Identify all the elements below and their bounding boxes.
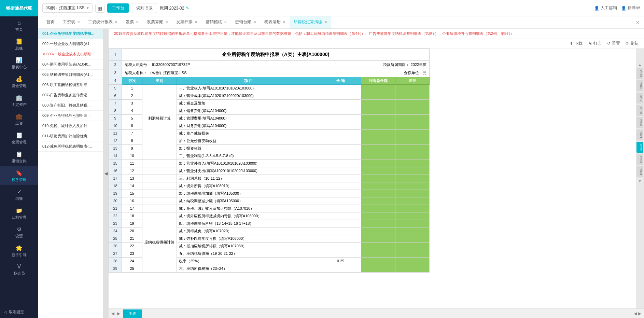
company-name: (勾删）江西服宝-LSS bbox=[45, 5, 85, 11]
tab-invoice-calc-close[interactable]: ✕ bbox=[165, 20, 168, 24]
sheet-nav-right[interactable]: ▶ bbox=[117, 311, 120, 316]
user-profile[interactable]: 👤 徐泽华 bbox=[621, 5, 640, 11]
period-label: 账期 bbox=[160, 5, 168, 11]
tab-verify[interactable]: 进销稽核 ✕ bbox=[201, 16, 231, 28]
sidebar-item-finance[interactable]: 💰 资金管理 bbox=[0, 72, 38, 91]
sidebar-label-purchase: 进销台账 bbox=[12, 158, 27, 164]
left-panel-item-002[interactable]: 002-一般企业收入明细表(A1... bbox=[38, 39, 103, 49]
tab-ledger[interactable]: 进销台账 ✕ bbox=[231, 16, 260, 28]
sidebar-item-assets[interactable]: 🏢 固定资产 bbox=[0, 91, 38, 110]
topbar: (勾删）江西服宝-LSS ▼ ▦ 工作台 切到旧版 账期 2023-02 ✎ 👤… bbox=[38, 0, 644, 16]
timeline-2016[interactable]: 2016 bbox=[636, 80, 643, 91]
table-row: 22 18 应纳税所得额计算 减：境外应税所得抵减境内亏损（填写A108000） bbox=[109, 212, 430, 220]
consult-icon: 👤 bbox=[594, 6, 599, 11]
sidebar-item-archive[interactable]: 📁 归档管理 bbox=[0, 204, 38, 223]
switch-old-button[interactable]: 切到旧版 bbox=[132, 3, 157, 13]
left-panel-item-006[interactable]: 006-职工薪酬纳税调整明细... bbox=[38, 80, 103, 90]
company-selector[interactable]: (勾删）江西服宝-LSS ▼ bbox=[42, 3, 93, 13]
tab-payroll-report-close[interactable]: ✕ bbox=[115, 20, 117, 24]
tab-invoice-calc[interactable]: 发票算账 ✕ bbox=[143, 16, 172, 28]
tab-payroll-close[interactable]: ✕ bbox=[77, 20, 80, 24]
tab-income-tax[interactable]: 所得税汇算清缴 ✕ bbox=[290, 16, 331, 28]
left-panel-collapse[interactable]: ◀ bbox=[103, 29, 109, 318]
sidebar-item-guide[interactable]: 🌟 新手引导 bbox=[0, 241, 38, 260]
refresh-button[interactable]: ⟳ 刷新 bbox=[626, 41, 639, 46]
timeline-2024[interactable]: 2024 bbox=[636, 166, 643, 177]
sidebar-item-home[interactable]: ⌂ 首页 bbox=[0, 16, 38, 35]
sidebar-item-tax[interactable]: 🔖 税务管理 bbox=[0, 166, 38, 185]
tab-invoice-open-close[interactable]: ✕ bbox=[195, 20, 197, 24]
scroll-left-btn[interactable]: ◀ bbox=[634, 311, 637, 316]
sidebar-item-invoice[interactable]: 🧾 发票管理 bbox=[0, 129, 38, 148]
navtabs-close-all[interactable]: ✕ bbox=[636, 20, 640, 25]
left-panel-item-010[interactable]: 010-免税、减计收入及加计... bbox=[38, 121, 103, 131]
left-panel-item-009[interactable]: 009-企业所得税补亏损明细... bbox=[38, 111, 103, 121]
left-panel-item-011[interactable]: 011-研发费用加计扣除优惠... bbox=[38, 131, 103, 141]
left-panel-item-005[interactable]: 005-纳税调整项目明细表(A1... bbox=[38, 70, 103, 80]
period-edit-icon[interactable]: ✎ bbox=[186, 6, 189, 11]
sidebar-label-archive: 归档管理 bbox=[12, 215, 27, 220]
work-table-button[interactable]: 工作台 bbox=[107, 3, 129, 13]
unpin-button[interactable]: ◁ 取消固定 bbox=[0, 306, 38, 318]
tab-home[interactable]: 首页 bbox=[42, 16, 59, 28]
print-button[interactable]: 🖨 打印 bbox=[588, 41, 602, 46]
timeline-2019[interactable]: 2019 bbox=[636, 68, 643, 79]
tab-invoice-close[interactable]: ✕ bbox=[136, 20, 139, 24]
left-panel-item-001[interactable]: 001-企业所得税年度纳税申报... bbox=[38, 29, 103, 39]
timeline-down-arrow[interactable]: ▼ bbox=[638, 179, 642, 183]
company-icon-btn[interactable]: ▦ bbox=[95, 4, 104, 13]
tab-income-tax-close[interactable]: ✕ bbox=[324, 20, 327, 24]
sidebar-item-close-account[interactable]: ✓ 结账 bbox=[0, 185, 38, 204]
scroll-right-btn[interactable]: ▶ bbox=[638, 311, 641, 316]
sheet-main[interactable]: 1 企业所得税年度纳税申报表（A类）主表(A100000) 2 纳税人识别号： … bbox=[109, 49, 636, 309]
col-leibie-header: 类别 bbox=[142, 77, 177, 84]
timeline-2020[interactable]: 2020 bbox=[636, 117, 643, 128]
sidebar-label-guide: 新手引导 bbox=[12, 252, 27, 258]
sidebar-item-reports[interactable]: 📊 报表中心 bbox=[0, 54, 38, 72]
sidebar-label-tax: 税务管理 bbox=[12, 177, 27, 182]
timeline-2018[interactable]: 2018 bbox=[636, 105, 643, 116]
tax-icon: 🔖 bbox=[16, 170, 23, 176]
timeline-2023[interactable]: 2023 bbox=[636, 154, 643, 165]
sidebar-item-purchase-sales[interactable]: 📋 进销台账 bbox=[0, 148, 38, 166]
row-num-3: 3 bbox=[109, 69, 122, 77]
tax-authority-cell: 税款所属期间： 2022年度 bbox=[320, 60, 430, 69]
timeline-up-arrow[interactable]: ▲ bbox=[638, 63, 642, 67]
sidebar-item-settings[interactable]: ⚙ 设置 bbox=[0, 223, 38, 241]
col-xiangmu-header: 项 目 bbox=[177, 77, 320, 84]
tax-authority-value: 2022年度 bbox=[411, 63, 426, 67]
left-panel-item-012[interactable]: 012-减免所得税优惠明细表(... bbox=[38, 141, 103, 152]
sidebar-item-salary[interactable]: 💼 工资 bbox=[0, 110, 38, 129]
tab-payroll[interactable]: 工资表 ✕ bbox=[59, 16, 84, 28]
sheet-tab-main[interactable]: 主表 bbox=[123, 309, 142, 318]
sheet-nav-left[interactable]: ◀ bbox=[111, 311, 114, 316]
vip-icon: V bbox=[17, 264, 21, 270]
left-panel-item-004[interactable]: 004-期间费用明细表(A1040... bbox=[38, 59, 103, 70]
timeline-2021[interactable]: 2021 bbox=[636, 129, 643, 140]
sidebar-label-assets: 固定资产 bbox=[12, 102, 27, 107]
tab-payroll-report[interactable]: 工资统计报表 ✕ bbox=[84, 16, 122, 28]
col-liruntotal-header: 利润总金额 bbox=[361, 77, 395, 84]
tab-invoice[interactable]: 发票 ✕ bbox=[122, 16, 143, 28]
left-panel: 001-企业所得税年度纳税申报... 002-一般企业收入明细表(A1... ⊗… bbox=[38, 29, 103, 318]
sidebar-item-vip[interactable]: V 畅会员 bbox=[0, 260, 38, 279]
refresh-icon: ⟳ bbox=[626, 41, 629, 46]
timeline-2017[interactable]: 2017 bbox=[636, 93, 643, 103]
tab-ledger-close[interactable]: ✕ bbox=[253, 20, 256, 24]
sidebar-item-general-ledger[interactable]: 📒 总账 bbox=[0, 35, 38, 54]
left-panel-item-008[interactable]: 008-资产折旧、摊销及纳税... bbox=[38, 100, 103, 111]
sidebar-label-settings: 设置 bbox=[15, 234, 23, 239]
left-panel-item-003[interactable]: ⊗ 003-一般企业成本支出明细... bbox=[38, 49, 103, 59]
tab-tax-summary-close[interactable]: ✕ bbox=[283, 20, 285, 24]
taxpayer-name-value: （勾删）江西服宝-LSS bbox=[148, 71, 186, 75]
tab-verify-close[interactable]: ✕ bbox=[224, 20, 227, 24]
unpin-label: 取消固定 bbox=[9, 309, 24, 315]
tab-invoice-open[interactable]: 发票开票 ✕ bbox=[172, 16, 201, 28]
pin-icon: ◁ bbox=[4, 310, 7, 314]
download-button[interactable]: ⬇ 下载 bbox=[570, 41, 583, 46]
left-panel-item-007[interactable]: 007-广告费和业务宣传费递... bbox=[38, 90, 103, 100]
timeline-2022[interactable]: 2022 bbox=[636, 142, 643, 153]
consult-button[interactable]: 👤 人工咨询 bbox=[594, 5, 617, 11]
tab-tax-summary[interactable]: 税表清册 ✕ bbox=[260, 16, 290, 28]
reset-button[interactable]: ↺ 重置 bbox=[607, 41, 620, 46]
